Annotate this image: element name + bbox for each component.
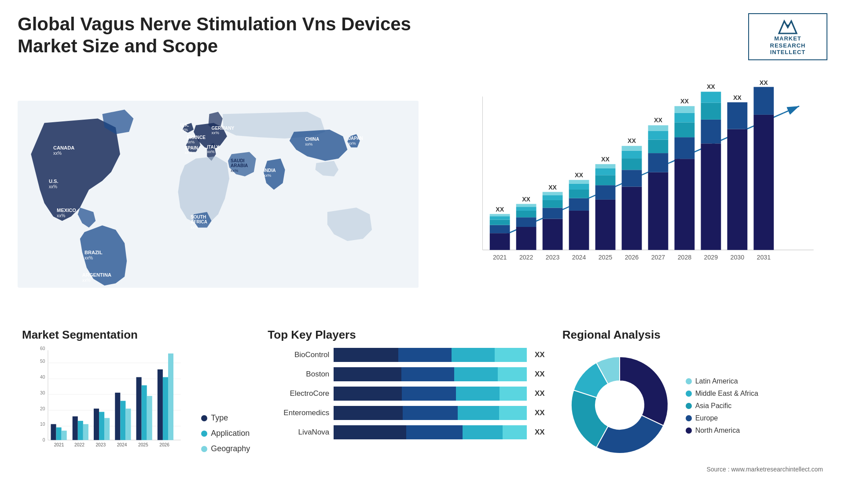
svg-rect-129: [83, 424, 88, 440]
svg-rect-40: [490, 225, 510, 233]
svg-text:xx%: xx%: [180, 128, 188, 132]
svg-text:XX: XX: [575, 171, 584, 178]
svg-rect-71: [622, 158, 642, 170]
seg-chart-area: 0 10 20 30 40 50 60: [22, 348, 250, 462]
player-bar-segment: [334, 348, 398, 362]
legend-dot-geography: [201, 446, 207, 452]
svg-rect-125: [62, 431, 67, 440]
svg-rect-139: [136, 377, 142, 440]
player-bar-track: [334, 348, 527, 362]
svg-text:xx%: xx%: [185, 150, 192, 155]
svg-rect-60: [569, 184, 589, 190]
player-bar-segment: [398, 348, 452, 362]
player-bar-segment: [334, 406, 403, 420]
player-bar-segment: [452, 348, 494, 362]
player-name: LivaNova: [268, 428, 329, 437]
svg-text:XX: XX: [680, 98, 689, 105]
region-label: Middle East & Africa: [695, 390, 758, 398]
svg-text:FRANCE: FRANCE: [187, 135, 206, 140]
svg-rect-136: [120, 401, 125, 440]
svg-rect-52: [543, 208, 563, 219]
svg-rect-78: [648, 131, 669, 140]
logo-box: MARKET RESEARCH INTELLECT: [748, 13, 827, 60]
player-row: BioControlXX: [268, 348, 544, 362]
svg-text:BRAZIL: BRAZIL: [84, 250, 103, 255]
region-color-dot: [686, 427, 692, 434]
svg-text:2026: 2026: [159, 442, 169, 447]
logo-text: MARKET RESEARCH INTELLECT: [770, 35, 806, 56]
player-value-label: XX: [535, 370, 545, 379]
svg-text:2029: 2029: [704, 254, 718, 261]
player-bar-track: [334, 367, 527, 381]
svg-rect-55: [543, 192, 563, 195]
players-section: Top Key Players BioControlXXBostonXXElec…: [263, 324, 549, 491]
svg-text:XX: XX: [601, 155, 610, 162]
svg-text:50: 50: [40, 359, 45, 364]
svg-rect-144: [163, 377, 168, 440]
svg-rect-42: [490, 216, 510, 220]
player-bar-segment: [454, 367, 498, 381]
svg-rect-53: [543, 200, 563, 208]
svg-rect-82: [675, 137, 695, 159]
svg-text:xx%: xx%: [84, 256, 93, 260]
svg-text:SOUTH: SOUTH: [191, 215, 206, 219]
svg-rect-84: [675, 113, 695, 122]
svg-rect-69: [622, 186, 642, 250]
regional-legend-item: Europe: [686, 414, 758, 422]
legend-item-application: Application: [201, 429, 250, 438]
svg-text:2021: 2021: [54, 442, 64, 447]
svg-rect-127: [73, 416, 78, 440]
svg-text:xx%: xx%: [264, 173, 271, 178]
svg-text:2022: 2022: [519, 254, 533, 261]
svg-text:xx%: xx%: [187, 140, 195, 144]
svg-rect-140: [142, 385, 147, 440]
svg-text:XX: XX: [628, 137, 636, 144]
svg-text:0: 0: [43, 438, 45, 442]
svg-text:xx%: xx%: [49, 184, 57, 189]
player-value-label: XX: [535, 428, 545, 437]
top-row: CANADA xx% U.S. xx% MEXICO xx% BRAZIL xx…: [18, 69, 827, 319]
region-label: North America: [695, 427, 740, 435]
donut-segment: [596, 415, 664, 453]
svg-rect-132: [99, 412, 104, 440]
svg-rect-93: [727, 102, 748, 129]
svg-rect-90: [701, 91, 721, 102]
svg-rect-64: [595, 185, 616, 200]
svg-text:MEXICO: MEXICO: [57, 208, 76, 213]
svg-text:XX: XX: [496, 206, 504, 213]
player-bar-track: [334, 406, 527, 420]
player-bar-segment: [495, 348, 527, 362]
svg-text:10: 10: [40, 422, 45, 427]
svg-text:2031: 2031: [757, 254, 771, 261]
player-bar-segment: [503, 425, 527, 439]
bottom-row: Market Segmentation 0 10 20: [18, 324, 827, 491]
regional-title: Regional Analysis: [562, 328, 823, 342]
svg-rect-61: [569, 180, 589, 184]
regional-section: Regional Analysis Latin AmericaMiddle Ea…: [558, 324, 827, 491]
svg-line-37: [492, 106, 800, 240]
player-bar-segment: [402, 387, 456, 401]
region-color-dot: [686, 415, 692, 421]
svg-rect-63: [595, 200, 616, 250]
donut-area: Latin AmericaMiddle East & AfricaAsia Pa…: [562, 348, 823, 464]
svg-text:40: 40: [40, 375, 45, 380]
player-name: BioControl: [268, 351, 329, 359]
legend-label-application: Application: [211, 429, 250, 438]
player-name: ElectroCore: [268, 389, 329, 398]
svg-rect-135: [115, 393, 120, 440]
svg-text:2023: 2023: [96, 442, 106, 447]
player-bar-track: [334, 387, 527, 401]
player-value-label: XX: [535, 409, 545, 417]
svg-text:ARABIA: ARABIA: [231, 163, 248, 168]
svg-text:xx%: xx%: [207, 150, 214, 154]
world-map-svg: CANADA xx% U.S. xx% MEXICO xx% BRAZIL xx…: [18, 69, 419, 319]
regional-legend-item: Middle East & Africa: [686, 390, 758, 398]
svg-text:2027: 2027: [651, 254, 665, 261]
svg-rect-81: [675, 159, 695, 250]
svg-text:2023: 2023: [546, 254, 560, 261]
legend-item-type: Type: [201, 413, 250, 423]
svg-text:xx%: xx%: [305, 142, 312, 146]
svg-rect-66: [595, 168, 616, 175]
svg-rect-39: [490, 233, 510, 250]
svg-text:AFRICA: AFRICA: [191, 219, 208, 224]
